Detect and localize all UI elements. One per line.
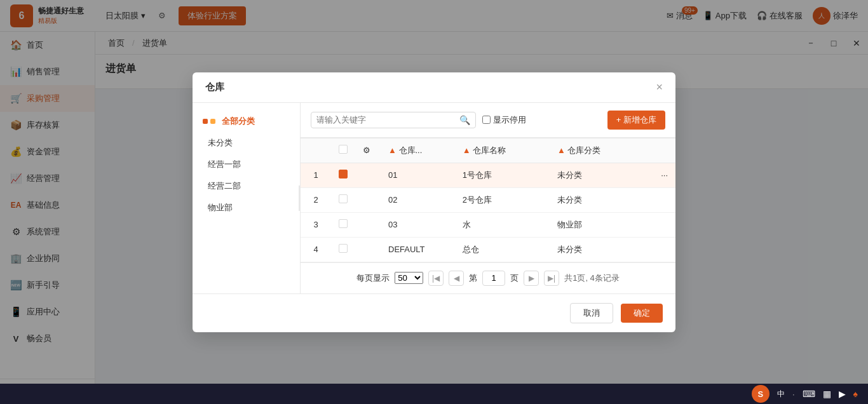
cell-name: 2号仓库 — [455, 187, 550, 212]
row-checkbox[interactable] — [339, 170, 348, 178]
modal-footer: 取消 确定 — [193, 293, 675, 332]
cell-more[interactable]: ··· — [644, 163, 675, 187]
spade-icon[interactable]: ♠ — [853, 389, 858, 399]
category-dot2 — [210, 119, 215, 124]
table-row[interactable]: 4 DEFAULT 总仓 未分类 — [301, 237, 675, 262]
table-toolbar: 🔍 显示停用 + 新增仓库 — [301, 103, 675, 138]
cell-checkbox[interactable] — [331, 187, 355, 212]
cell-num: 4 — [301, 237, 331, 262]
cell-more[interactable] — [644, 212, 675, 237]
table-body: 1 01 1号仓库 未分类 ··· 2 02 2号仓库 未分类 3 — [301, 163, 675, 262]
row-checkbox[interactable] — [339, 244, 348, 253]
gear-icon: ⚙ — [363, 145, 370, 155]
s-logo[interactable]: S — [752, 385, 770, 403]
category-item-ops1[interactable]: 经营一部 — [193, 154, 300, 175]
cell-category: 物业部 — [550, 212, 644, 237]
search-input-wrap: 🔍 — [311, 112, 476, 128]
col-header-gear: ⚙ — [355, 138, 381, 163]
category-item-ops2[interactable]: 经营二部 — [193, 175, 300, 197]
page-number-input[interactable] — [482, 271, 505, 286]
table-panel: 🔍 显示停用 + 新增仓库 — [301, 103, 675, 293]
add-warehouse-button[interactable]: + 新增仓库 — [607, 111, 665, 130]
cell-category: 未分类 — [550, 163, 644, 187]
all-categories-item[interactable]: 全部分类 — [193, 111, 300, 132]
cell-name: 总仓 — [455, 237, 550, 262]
cell-name: 水 — [455, 212, 550, 237]
cell-more[interactable] — [644, 187, 675, 212]
category-item-unclassified[interactable]: 未分类 — [193, 132, 300, 154]
table-header-row: ⚙ ▲ 仓库... ▲ 仓库名称 — [301, 138, 675, 163]
cell-gear — [355, 163, 381, 187]
play-icon[interactable]: ▶ — [839, 389, 846, 399]
row-checkbox[interactable] — [339, 194, 348, 203]
pagination: 每页显示 50 100 200 |◀ ◀ 第 页 ▶ ▶| 共1页, 4条记录 — [301, 262, 675, 293]
bottom-bar: S 中 · ⌨ ▦ ▶ ♠ — [0, 384, 868, 404]
warehouse-table: ⚙ ▲ 仓库... ▲ 仓库名称 — [301, 138, 675, 262]
grid-icon[interactable]: ▦ — [823, 389, 831, 399]
modal-header: 仓库 × — [193, 72, 675, 103]
modal-overlay: 仓库 × 全部分类 未分类 经营一部 经营二部 物业部 《 — [0, 0, 868, 404]
show-disabled-check[interactable] — [482, 116, 491, 124]
table-row[interactable]: 3 03 水 物业部 — [301, 212, 675, 237]
select-all-checkbox[interactable] — [339, 145, 348, 154]
col-header-num — [301, 138, 331, 163]
next-page-button[interactable]: ▶ — [524, 271, 539, 286]
cell-num: 3 — [301, 212, 331, 237]
cell-gear — [355, 237, 381, 262]
col-header-checkbox — [331, 138, 355, 163]
modal-close-button[interactable]: × — [656, 81, 663, 93]
category-item-property[interactable]: 物业部 — [193, 197, 300, 219]
table-scroll-area[interactable]: ⚙ ▲ 仓库... ▲ 仓库名称 — [301, 138, 675, 262]
last-page-button[interactable]: ▶| — [544, 271, 559, 286]
table-row[interactable]: 2 02 2号仓库 未分类 — [301, 187, 675, 212]
page-total: 共1页, 4条记录 — [564, 273, 620, 284]
search-icon[interactable]: 🔍 — [459, 115, 470, 125]
warehouse-modal: 仓库 × 全部分类 未分类 经营一部 经营二部 物业部 《 — [193, 72, 675, 332]
row-checkbox[interactable] — [339, 219, 348, 228]
cell-category: 未分类 — [550, 237, 644, 262]
cancel-button[interactable]: 取消 — [570, 303, 613, 323]
category-panel: 全部分类 未分类 经营一部 经营二部 物业部 《 — [193, 103, 301, 293]
per-page-select[interactable]: 50 100 200 — [395, 272, 423, 284]
dot-icon: · — [792, 389, 795, 399]
cell-code: 03 — [381, 212, 455, 237]
cell-code: DEFAULT — [381, 237, 455, 262]
cell-code: 01 — [381, 163, 455, 187]
confirm-button[interactable]: 确定 — [621, 304, 663, 323]
modal-body: 全部分类 未分类 经营一部 经营二部 物业部 《 🔍 — [193, 103, 675, 293]
cell-more[interactable] — [644, 237, 675, 262]
cell-checkbox[interactable] — [331, 163, 355, 187]
cell-num: 2 — [301, 187, 331, 212]
category-dot1 — [203, 119, 208, 124]
col-header-more — [644, 138, 675, 163]
cell-num: 1 — [301, 163, 331, 187]
prev-page-button[interactable]: ◀ — [449, 271, 464, 286]
cell-gear — [355, 187, 381, 212]
col-header-category[interactable]: ▲ 仓库分类 — [550, 138, 644, 163]
col-header-name[interactable]: ▲ 仓库名称 — [455, 138, 550, 163]
cell-checkbox[interactable] — [331, 237, 355, 262]
chinese-input-icon[interactable]: 中 — [777, 389, 785, 400]
search-input[interactable] — [316, 115, 457, 125]
first-page-button[interactable]: |◀ — [428, 271, 444, 286]
table-row[interactable]: 1 01 1号仓库 未分类 ··· — [301, 163, 675, 187]
keyboard-icon[interactable]: ⌨ — [803, 389, 815, 399]
show-disabled-checkbox[interactable]: 显示停用 — [482, 114, 526, 126]
cell-category: 未分类 — [550, 187, 644, 212]
cell-name: 1号仓库 — [455, 163, 550, 187]
cell-checkbox[interactable] — [331, 212, 355, 237]
cell-gear — [355, 212, 381, 237]
cell-code: 02 — [381, 187, 455, 212]
col-header-code[interactable]: ▲ 仓库... — [381, 138, 455, 163]
modal-title: 仓库 — [205, 81, 224, 93]
